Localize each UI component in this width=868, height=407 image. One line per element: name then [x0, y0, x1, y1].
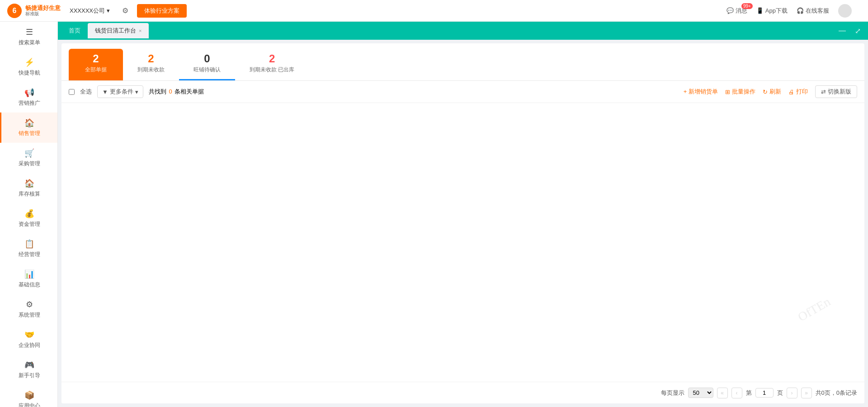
sidebar-item-label: 搜索菜单 [19, 39, 40, 47]
sidebar-item-inventory[interactable]: 🏠 库存核算 [0, 173, 57, 203]
sidebar-item-system[interactable]: ⚙ 系统管理 [0, 294, 57, 324]
tab-close-icon[interactable]: × [139, 28, 142, 33]
finance-icon: 💰 [24, 209, 34, 219]
batch-action-button[interactable]: ⊞ 批量操作 [725, 88, 755, 96]
last-page-btn[interactable]: » [801, 388, 812, 398]
app-download-label: App下载 [765, 7, 788, 15]
sidebar-item-finance[interactable]: 💰 资金管理 [0, 203, 57, 234]
stat-label-shipped: 到期未收款 已出库 [250, 66, 294, 74]
refresh-icon: ↻ [763, 89, 768, 95]
sidebar-item-guide[interactable]: 🎮 新手引导 [0, 355, 57, 385]
filter-dropdown-icon: ▾ [135, 89, 138, 95]
sidebar-item-label: 系统管理 [19, 311, 40, 319]
message-action[interactable]: 💬 消息 99+ [726, 7, 747, 15]
add-sales-button[interactable]: + 新增销货单 [684, 88, 718, 96]
sidebar-item-label: 销售管理 [19, 130, 40, 137]
app-version: 标准版 [25, 11, 61, 17]
tab-actions: — ⤢ [835, 25, 864, 37]
filter-button[interactable]: ▼ 更多条件 ▾ [97, 85, 143, 98]
select-all-checkbox[interactable] [69, 89, 75, 95]
guide-icon: 🎮 [24, 360, 34, 370]
logo-area: 6 畅捷通好生意 标准版 [7, 4, 61, 18]
system-icon: ⚙ [26, 299, 33, 309]
page-size-label: 每页显示 [661, 389, 684, 397]
sales-icon: 🏠 [24, 118, 34, 128]
sidebar-item-label: 营销推广 [19, 99, 40, 107]
company-name: XXXXXX公司 [70, 7, 105, 15]
dropdown-icon: ▾ [107, 7, 110, 14]
next-page-btn[interactable]: › [787, 388, 797, 398]
avatar[interactable] [838, 4, 852, 18]
online-service-label: 在线客服 [806, 7, 829, 15]
content-area: 首页 钱货日清工作台 × — ⤢ 2 全部单据 2 到期未收款 [58, 22, 868, 407]
search-result-suffix: 条相关单据 [175, 88, 204, 95]
page-label: 第 [746, 389, 752, 397]
toolbar-right: + 新增销货单 ⊞ 批量操作 ↻ 刷新 🖨 打印 ⇄ [684, 85, 857, 98]
sidebar-item-label: 库存核算 [19, 190, 40, 198]
page-content: 2 全部单据 2 到期未收款 0 旺铺待确认 2 到期未收款 已出库 [61, 43, 864, 403]
app-center-icon: 📦 [24, 390, 34, 400]
tab-workbench[interactable]: 钱货日清工作台 × [88, 23, 149, 38]
quicknav-icon: ⚡ [24, 57, 34, 67]
settings-icon[interactable]: ⚙ [119, 5, 132, 17]
sidebar-item-label: 资金管理 [19, 220, 40, 228]
refresh-label: 刷新 [769, 88, 781, 96]
stat-label-all: 全部单据 [85, 66, 107, 74]
sidebar-item-operations[interactable]: 📋 经营管理 [0, 234, 57, 264]
tab-bar: 首页 钱货日清工作台 × — ⤢ [58, 22, 868, 40]
print-button[interactable]: 🖨 打印 [788, 88, 808, 96]
online-service-action[interactable]: 🎧 在线客服 [797, 7, 829, 15]
switch-version-button[interactable]: ⇄ 切换新版 [815, 85, 857, 98]
sidebar-item-label: 经营管理 [19, 251, 40, 258]
tab-home-label: 首页 [69, 27, 80, 34]
refresh-button[interactable]: ↻ 刷新 [763, 88, 781, 96]
filter-label: 更多条件 [110, 88, 133, 96]
stat-tab-pending[interactable]: 0 旺铺待确认 [179, 49, 235, 80]
sidebar-item-basic-info[interactable]: 📊 基础信息 [0, 264, 57, 294]
tab-maximize-btn[interactable]: ⤢ [851, 25, 864, 37]
page-number-input[interactable] [755, 388, 774, 398]
stat-num-pending: 0 [204, 52, 210, 65]
search-menu-icon: ☰ [26, 27, 33, 37]
stat-tab-all[interactable]: 2 全部单据 [69, 49, 123, 80]
page-size-select[interactable]: 20 50 100 [688, 388, 713, 398]
stat-tab-overdue[interactable]: 2 到期未收款 [123, 49, 179, 80]
app-download-action[interactable]: 📱 App下载 [756, 7, 788, 15]
tab-minimize-btn[interactable]: — [835, 25, 849, 37]
search-result: 共找到 0 条相关单据 [149, 88, 204, 96]
sidebar-item-label: 基础信息 [19, 281, 40, 289]
company-selector[interactable]: XXXXXX公司 ▾ [66, 5, 113, 17]
sidebar-item-app-center[interactable]: 📦 应用中心 [0, 385, 57, 407]
sidebar-item-label: 企业协同 [19, 342, 40, 349]
first-page-btn[interactable]: « [717, 388, 728, 398]
service-icon: 🎧 [797, 7, 804, 14]
logo-icon: 6 [7, 4, 22, 18]
stat-tab-shipped[interactable]: 2 到期未收款 已出库 [235, 49, 309, 80]
sidebar-item-purchase[interactable]: 🛒 采购管理 [0, 143, 57, 173]
sidebar-item-sales[interactable]: 🏠 销售管理 [0, 112, 57, 143]
print-icon: 🖨 [788, 89, 794, 95]
stats-tabs: 2 全部单据 2 到期未收款 0 旺铺待确认 2 到期未收款 已出库 [61, 43, 864, 81]
download-icon: 📱 [756, 7, 764, 14]
operations-icon: 📋 [24, 239, 34, 249]
message-icon: 💬 [726, 7, 734, 14]
sidebar-item-label: 新手引导 [19, 372, 40, 379]
header-left: 6 畅捷通好生意 标准版 XXXXXX公司 ▾ ⚙ 体验行业方案 [7, 4, 187, 18]
switch-icon: ⇄ [821, 89, 826, 95]
sidebar-item-quicknav[interactable]: ⚡ 快捷导航 [0, 52, 57, 82]
top-header: 6 畅捷通好生意 标准版 XXXXXX公司 ▾ ⚙ 体验行业方案 💬 消息 99… [0, 0, 868, 22]
tab-home[interactable]: 首页 [61, 23, 88, 38]
trial-button[interactable]: 体验行业方案 [137, 4, 187, 18]
select-all-label: 全选 [80, 88, 92, 96]
sidebar-item-search[interactable]: ☰ 搜索菜单 [0, 22, 57, 52]
purchase-icon: 🛒 [24, 148, 34, 158]
prev-page-btn[interactable]: ‹ [731, 388, 742, 398]
stat-num-all: 2 [93, 52, 99, 65]
app-name: 畅捷通好生意 [25, 5, 61, 12]
batch-label: 批量操作 [732, 88, 755, 96]
sidebar-item-marketing[interactable]: 📢 营销推广 [0, 82, 57, 112]
sidebar-item-enterprise[interactable]: 🤝 企业协同 [0, 324, 57, 355]
print-label: 打印 [796, 88, 808, 96]
search-count: 0 [169, 88, 172, 95]
stat-label-overdue: 到期未收款 [137, 66, 165, 74]
